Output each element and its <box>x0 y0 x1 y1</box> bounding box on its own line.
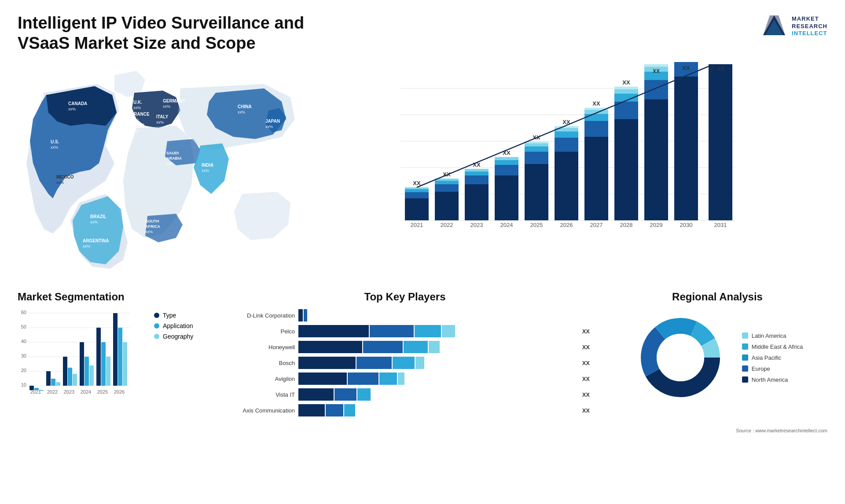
svg-text:SAUDI: SAUDI <box>166 151 179 155</box>
svg-text:JAPAN: JAPAN <box>265 119 280 124</box>
logo-text: MARKET RESEARCH INTELLECT <box>792 15 827 38</box>
logo-box: MARKET RESEARCH INTELLECT <box>761 13 827 40</box>
bar-2023-layer3 <box>465 172 489 175</box>
svg-text:xx%: xx% <box>83 244 90 248</box>
page-header: Intelligent IP Video Surveillance and VS… <box>0 0 845 58</box>
legend-latin-america: Latin America <box>742 332 803 339</box>
legend-application: Application <box>154 322 193 329</box>
svg-text:2022: 2022 <box>441 222 453 228</box>
player-row-pelco: Pelco XX <box>220 325 590 337</box>
legend-type-dot <box>154 313 159 318</box>
svg-text:ARABIA: ARABIA <box>166 156 182 161</box>
bar-2022-layer2 <box>435 184 459 192</box>
svg-text:xx%: xx% <box>133 106 141 110</box>
legend-asia-pacific-label: Asia Pacific <box>752 354 781 361</box>
donut-container: Latin America Middle East & Africa Asia … <box>616 309 819 406</box>
segmentation-title: Market Segmentation <box>18 291 202 303</box>
svg-text:2026: 2026 <box>114 389 125 394</box>
legend-mea-label: Middle East & Africa <box>752 343 803 350</box>
bar-2031-layer1 <box>709 64 732 220</box>
player-bar-axis <box>298 404 576 416</box>
map-container: CANADA xx% U.S. xx% MEXICO xx% BRAZIL xx… <box>18 58 290 273</box>
bar-2026-layer1 <box>555 152 578 220</box>
svg-text:XX: XX <box>716 66 724 72</box>
svg-text:U.S.: U.S. <box>51 139 59 144</box>
svg-rect-83 <box>63 357 67 386</box>
logo-icon <box>761 13 787 40</box>
segmentation-section: Market Segmentation 60 50 40 30 20 10 <box>18 286 202 424</box>
bar-2029-layer1 <box>644 99 668 220</box>
legend-asia-pacific-color <box>742 354 748 361</box>
bar-2024-layer1 <box>495 175 518 220</box>
donut-chart-svg <box>632 309 729 406</box>
player-row-dlink: D-Link Corporation <box>220 309 590 321</box>
legend-north-america: North America <box>742 376 803 383</box>
svg-text:2031: 2031 <box>714 222 727 228</box>
svg-text:xx%: xx% <box>68 107 76 111</box>
player-name-vistait: Vista IT <box>220 391 295 398</box>
svg-text:BRAZIL: BRAZIL <box>90 214 107 219</box>
bar-2027-layer1 <box>584 137 608 220</box>
player-bar-honeywell <box>298 341 576 353</box>
legend-europe-label: Europe <box>752 365 770 372</box>
player-value-avigilon: XX <box>582 376 590 382</box>
svg-rect-93 <box>118 328 122 386</box>
player-value-bosch: XX <box>582 360 590 366</box>
svg-rect-94 <box>123 342 127 386</box>
bar-2024-layer4 <box>495 157 518 160</box>
bar-2027-layer3 <box>584 114 608 121</box>
player-value-honeywell: XX <box>582 344 590 351</box>
svg-text:ITALY: ITALY <box>156 114 169 119</box>
logo-area: MARKET RESEARCH INTELLECT <box>761 13 827 40</box>
bar-2023-layer1 <box>465 184 489 220</box>
svg-text:2030: 2030 <box>680 222 693 228</box>
svg-rect-92 <box>113 313 118 386</box>
svg-text:xx%: xx% <box>145 230 153 234</box>
bar-2021-layer4 <box>405 187 429 189</box>
svg-text:xx%: xx% <box>163 104 170 109</box>
svg-text:SOUTH: SOUTH <box>145 219 159 223</box>
svg-text:XX: XX <box>413 180 421 186</box>
svg-text:xx%: xx% <box>51 145 58 150</box>
player-bar-pelco <box>298 325 576 337</box>
main-chart-svg: 2021 XX 2022 XX 2023 XX <box>317 62 819 256</box>
svg-text:2023: 2023 <box>470 222 483 228</box>
svg-rect-82 <box>56 382 60 386</box>
svg-text:xx%: xx% <box>156 120 164 124</box>
player-name-avigilon: Avigilon <box>220 376 295 382</box>
bar-2027-layer2 <box>584 121 608 137</box>
regional-title: Regional Analysis <box>616 291 819 303</box>
bar-2021-layer3 <box>405 189 429 192</box>
svg-text:XX: XX <box>622 79 630 86</box>
player-name-honeywell: Honeywell <box>220 344 295 351</box>
bar-2021-layer2 <box>405 192 429 198</box>
bar-2025-layer5 <box>525 142 548 143</box>
main-grid: CANADA xx% U.S. xx% MEXICO xx% BRAZIL xx… <box>0 58 845 424</box>
bar-2029-layer2 <box>644 80 668 99</box>
svg-rect-84 <box>68 368 72 386</box>
player-value-vistait: XX <box>582 391 590 398</box>
player-row-axis: Axis Communication XX <box>220 404 590 416</box>
chart-area: 2021 XX 2022 XX 2023 XX <box>317 62 819 256</box>
svg-text:U.K.: U.K. <box>133 100 142 105</box>
svg-text:XX: XX <box>682 65 690 71</box>
svg-rect-86 <box>80 342 84 386</box>
player-name-dlink: D-Link Corporation <box>220 312 295 319</box>
svg-rect-90 <box>101 342 106 386</box>
player-value-pelco: XX <box>582 328 590 335</box>
seg-chart: 60 50 40 30 20 10 <box>18 307 132 395</box>
svg-text:SPAIN: SPAIN <box>131 123 144 128</box>
world-map-svg: CANADA xx% U.S. xx% MEXICO xx% BRAZIL xx… <box>18 58 304 273</box>
svg-text:xx%: xx% <box>131 129 139 133</box>
svg-text:CANADA: CANADA <box>68 101 87 106</box>
svg-text:xx%: xx% <box>131 117 139 122</box>
svg-text:2029: 2029 <box>650 222 663 228</box>
player-row-bosch: Bosch XX <box>220 357 590 369</box>
svg-text:2026: 2026 <box>560 222 573 228</box>
svg-text:FRANCE: FRANCE <box>131 112 150 117</box>
regional-section: Regional Analysis <box>607 286 827 424</box>
bar-2028-layer4 <box>614 89 638 94</box>
svg-text:xx%: xx% <box>265 124 273 129</box>
bar-2025-layer4 <box>525 143 548 146</box>
svg-text:CHINA: CHINA <box>238 104 252 109</box>
